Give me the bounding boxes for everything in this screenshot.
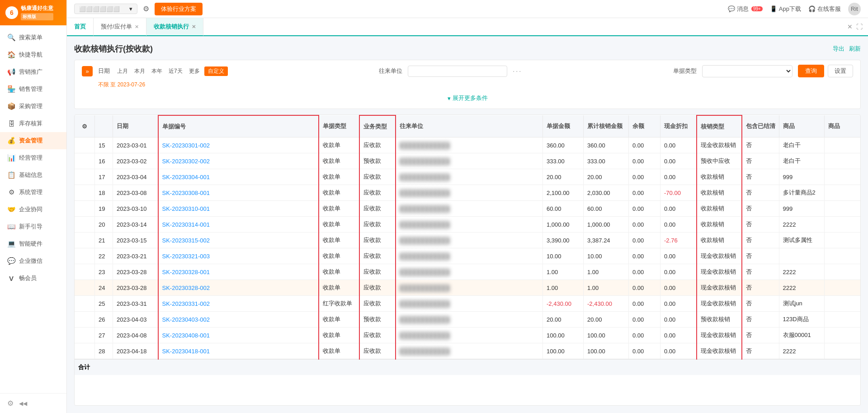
sidebar-item-finance[interactable]: 💰 资金管理 <box>0 132 66 149</box>
tab-prepay[interactable]: 预付/应付单 ✕ <box>94 18 146 36</box>
cell-bill-no[interactable]: SK-20230418-001 <box>158 343 319 360</box>
sidebar-item-purchase[interactable]: 📦 采购管理 <box>0 98 66 115</box>
sidebar-item-label: 系统管理 <box>19 188 42 196</box>
sidebar-item-system[interactable]: ⚙ 系统管理 <box>0 184 66 201</box>
page-title: 收款核销执行(按收款) <box>74 43 153 54</box>
user-avatar[interactable]: Rit <box>848 3 861 15</box>
table-row[interactable]: 192023-03-10SK-20230310-001收款单应收款███████… <box>75 201 860 217</box>
cell-bill-no[interactable]: SK-20230315-002 <box>158 233 319 248</box>
message-action[interactable]: 💬 消息 99+ <box>728 5 763 13</box>
table-row[interactable]: 242023-03-28SK-20230328-002收款单应收款███████… <box>75 280 860 296</box>
cell-bill-no[interactable]: SK-20230301-002 <box>158 138 319 153</box>
sidebar-item-basic[interactable]: 📋 基础信息 <box>0 166 66 184</box>
table-row[interactable]: 272023-04-08SK-20230408-001收款单应收款███████… <box>75 328 860 343</box>
col-settings[interactable]: ⚙ <box>75 115 95 138</box>
tab-receivable-close-icon[interactable]: ✕ <box>192 24 196 30</box>
tab-close-all-icon[interactable]: ✕ <box>847 23 853 30</box>
cell-cash-discount: 0.00 <box>660 312 697 328</box>
cell-cancel-type: 收款核销 <box>697 217 742 233</box>
sidebar-item-quicknav[interactable]: 🏠 快捷导航 <box>0 46 66 63</box>
sidebar-item-enterprise[interactable]: 🤝 企业协同 <box>0 201 66 218</box>
tab-receivable[interactable]: 收款核销执行 ✕ <box>146 18 203 36</box>
date-more-btn[interactable]: 更多 <box>187 66 202 76</box>
tab-home[interactable]: 首页 <box>67 18 94 36</box>
cell-date: 2023-03-01 <box>113 138 158 153</box>
cell-product2 <box>824 264 860 280</box>
cell-bill-no[interactable]: SK-20230321-003 <box>158 248 319 264</box>
col-settings-icon[interactable]: ⚙ <box>78 120 91 133</box>
table-row[interactable]: 282023-04-18SK-20230418-001收款单应收款███████… <box>75 343 860 360</box>
table-row[interactable]: 182023-03-08SK-20230308-001收款单应收款███████… <box>75 185 860 201</box>
sidebar-item-marketing[interactable]: 📢 营销推广 <box>0 63 66 81</box>
cell-balance: 0.00 <box>629 233 660 248</box>
cell-bill-no[interactable]: SK-20230308-001 <box>158 185 319 201</box>
filter-settings-button[interactable]: 设置 <box>828 65 853 77</box>
tab-prepay-close-icon[interactable]: ✕ <box>135 24 139 30</box>
brand-selector[interactable]: ⬜⬜⬜⬜⬜⬜ ▾ <box>74 4 137 14</box>
query-button[interactable]: 查询 <box>798 65 824 77</box>
cell-date: 2023-03-14 <box>113 217 158 233</box>
search-icon: 🔍 <box>7 33 15 42</box>
refresh-button[interactable]: 刷新 <box>849 45 861 53</box>
tab-fullscreen-icon[interactable]: ⛶ <box>856 23 863 30</box>
cell-bill-no[interactable]: SK-20230328-001 <box>158 264 319 280</box>
col-accum-cancel: 累计核销金额 <box>584 115 629 138</box>
cell-bill-no[interactable]: SK-20230408-001 <box>158 328 319 343</box>
sidebar-item-hardware[interactable]: 💻 智能硬件 <box>0 235 66 252</box>
footer-settings-icon[interactable]: ⚙ <box>7 399 14 408</box>
sidebar-item-operation[interactable]: 📊 经营管理 <box>0 149 66 166</box>
cell-balance: 0.00 <box>629 264 660 280</box>
cell-counterpart: ████████████ <box>396 169 542 185</box>
sidebar-nav: 🔍 搜索菜单 🏠 快捷导航 📢 营销推广 🏪 销售管理 📦 采购管理 🗄 库存核… <box>0 25 66 393</box>
date-this-year-btn[interactable]: 本年 <box>150 66 164 76</box>
table-scroll[interactable]: ⚙ 日期 单据编号 单据类型 业务类型 往来单位 单据金额 累计核销金额 余 <box>75 115 860 405</box>
solution-button[interactable]: 体验行业方案 <box>155 3 203 15</box>
table-row[interactable]: 152023-03-01SK-20230301-002收款单应收款███████… <box>75 138 860 153</box>
cell-bill-no[interactable]: SK-20230403-002 <box>158 312 319 328</box>
cell-balance: 0.00 <box>629 248 660 264</box>
cell-bill-no[interactable]: SK-20230331-002 <box>158 296 319 312</box>
sidebar-item-inventory[interactable]: 🗄 库存核算 <box>0 115 66 132</box>
sidebar-item-search[interactable]: 🔍 搜索菜单 <box>0 29 66 46</box>
cell-bill-no[interactable]: SK-20230314-001 <box>158 217 319 233</box>
filter-expand-button[interactable]: » <box>82 66 93 76</box>
cell-bill-no[interactable]: SK-20230304-001 <box>158 169 319 185</box>
cell-rownum: 24 <box>95 280 113 296</box>
table-row[interactable]: 172023-03-04SK-20230304-001收款单应收款███████… <box>75 169 860 185</box>
table-row[interactable]: 232023-03-28SK-20230328-001收款单应收款███████… <box>75 264 860 280</box>
date-7days-btn[interactable]: 近7天 <box>167 66 184 76</box>
cell-bill-no[interactable]: SK-20230310-001 <box>158 201 319 217</box>
sidebar-item-wechat[interactable]: 💬 企业微信 <box>0 252 66 270</box>
online-service-action[interactable]: 🎧 在线客服 <box>808 5 841 13</box>
table-row[interactable]: 162023-03-02SK-20230302-002收款单预收款███████… <box>75 153 860 169</box>
sidebar-item-sales[interactable]: 🏪 销售管理 <box>0 81 66 98</box>
cell-settings <box>75 280 95 296</box>
cell-bill-no[interactable]: SK-20230302-002 <box>158 153 319 169</box>
date-custom-button[interactable]: 自定义 <box>204 66 228 76</box>
export-button[interactable]: 导出 <box>833 45 844 53</box>
sidebar-item-guide[interactable]: 📖 新手引导 <box>0 218 66 235</box>
sidebar-item-label: 新手引导 <box>19 223 42 231</box>
filter-dots: ··· <box>513 66 522 76</box>
table-row[interactable]: 202023-03-14SK-20230314-001收款单应收款███████… <box>75 217 860 233</box>
cell-include-settled: 否 <box>742 296 779 312</box>
date-this-month-btn[interactable]: 本月 <box>132 66 147 76</box>
table-row[interactable]: 262023-04-03SK-20230403-002收款单预收款███████… <box>75 312 860 328</box>
receipt-type-select[interactable] <box>702 65 793 77</box>
table-row[interactable]: 252023-03-31SK-20230331-002红字收款单应收款█████… <box>75 296 860 312</box>
cell-bill-no[interactable]: SK-20230328-002 <box>158 280 319 296</box>
app-download-action[interactable]: 📱 App下载 <box>770 5 801 13</box>
expand-more-button[interactable]: ▾ 展开更多条件 <box>82 92 853 104</box>
tab-prepay-label: 预付/应付单 <box>101 23 132 31</box>
table-row[interactable]: 222023-03-21SK-20230321-003收款单应收款███████… <box>75 248 860 264</box>
counterpart-input[interactable] <box>408 66 507 77</box>
cell-biz-type: 应收款 <box>359 280 396 296</box>
cell-product1: 老白干 <box>779 153 824 169</box>
table-row[interactable]: 212023-03-15SK-20230315-002收款单应收款███████… <box>75 233 860 248</box>
date-last-month-btn[interactable]: 上月 <box>115 66 130 76</box>
sidebar-item-member[interactable]: V 畅会员 <box>0 270 66 287</box>
cell-accum-cancel: 360.00 <box>584 138 629 153</box>
footer-collapse-icon[interactable]: ◀◀ <box>19 400 27 407</box>
settings-gear-icon[interactable]: ⚙ <box>143 5 149 13</box>
cell-bill-amount: 1.00 <box>543 264 584 280</box>
